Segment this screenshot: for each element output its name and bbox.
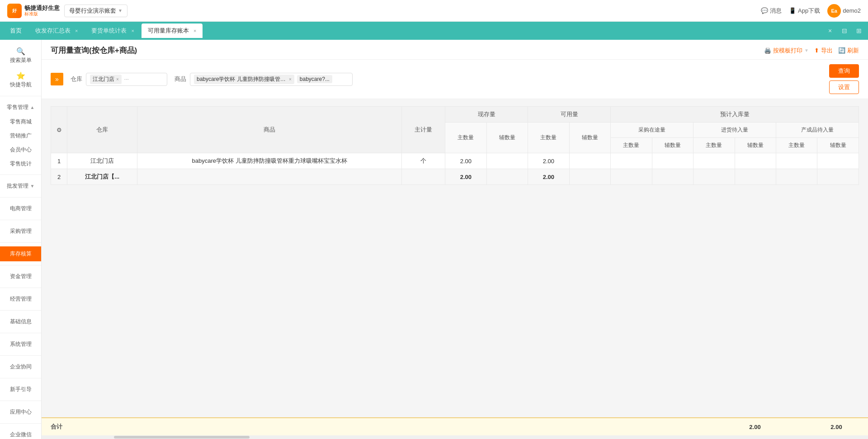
sidebar-item-inventory[interactable]: 库存核算 [0,246,41,261]
row-2-purchase-main [611,169,652,185]
sidebar-item-system[interactable]: 系统管理 [0,337,41,352]
col-product-main: 主数量 [776,138,817,153]
sidebar-item-wechat[interactable]: 企业微信 [0,427,41,439]
chevron-icon2: ▼ [30,184,35,189]
top-bar-left: 好 畅捷通好生意 标准版 母婴行业演示账套 ▼ [7,4,127,18]
col-current-stock-group: 现存量 [445,107,528,123]
col-purchase-main: 主数量 [611,138,652,153]
industry-selector[interactable]: 母婴行业演示账套 ▼ [64,5,127,17]
col-avail-main: 主数量 [528,123,569,153]
sidebar-item-retail-mall[interactable]: 零售商城 [0,115,41,129]
sidebar-group-newbie: 新手引导 [0,378,41,401]
chevron-icon: ▲ [30,105,35,110]
settings-button[interactable]: 设置 [829,80,859,94]
horizontal-scrollbar[interactable] [42,435,868,439]
nav-tabs-right: × ⊟ ⊞ [825,25,864,36]
warehouse-filter-input[interactable]: 江北门店 × ··· [86,73,167,86]
sidebar-group-inventory: 库存核算 [0,243,41,265]
app-icon: 📱 [789,7,796,14]
row-2-avail-aux [569,169,610,185]
row-1-incoming-aux [735,153,776,169]
sidebar-group-retail-header[interactable]: 零售管理 ▲ [0,100,41,115]
col-warehouse: 仓库 [67,107,137,153]
export-icon: ⬆ [814,47,819,54]
row-2-purchase-aux [652,169,693,185]
maximize-button[interactable]: ⊞ [854,25,864,36]
row-1-purchase-aux [652,153,693,169]
sidebar-item-purchase[interactable]: 采购管理 [0,224,41,239]
sidebar-item-newbie[interactable]: 新手引导 [0,382,41,397]
refresh-button[interactable]: 🔄 刷新 [838,47,859,55]
col-incoming-main: 主数量 [693,138,735,153]
sidebar-item-member[interactable]: 会员中心 [0,143,41,157]
tab-home[interactable]: 首页 [4,24,28,38]
sidebar-group-ecommerce: 电商管理 [0,198,41,220]
avatar: Ea [827,4,841,18]
sidebar-item-appstore[interactable]: 应用中心 [0,405,41,420]
sidebar-item-search[interactable]: 🔍 搜索菜单 [0,43,41,68]
sidebar-group-purchase: 采购管理 [0,220,41,243]
sidebar-item-nav[interactable]: ⭐ 快捷导航 [0,68,41,92]
close-tab-order[interactable]: × [131,28,134,33]
product-filter-input[interactable]: babycare学饮杯 儿童防摔防撞吸管杯重力球吸嘴杯宝宝水杯 × babyca… [190,73,353,86]
row-1-num: 1 [51,153,67,169]
print-template-button[interactable]: 🖨️ 按模板打印 ▼ [764,47,809,55]
print-chevron-icon: ▼ [804,48,809,53]
minimize-button[interactable]: ⊟ [839,25,850,36]
refresh-icon: 🔄 [838,47,845,54]
close-tab-available[interactable]: × [193,28,196,33]
row-2-current-aux [486,169,528,185]
filter-more-btn[interactable]: ··· [124,76,129,82]
sidebar-item-corp[interactable]: 企业协同 [0,359,41,374]
sidebar-item-operations[interactable]: 经营管理 [0,292,41,307]
col-purchase-transit-group: 采购在途量 [611,123,693,138]
remove-product-tag1[interactable]: × [289,77,292,82]
table-header-row1: ⚙ 仓库 商品 主计量 现存量 可用量 预计入库量 [51,107,859,123]
page-title: 可用量查询(按仓库+商品) [51,45,137,56]
filter-warehouse-group: 仓库 江北门店 × ··· [71,73,167,86]
sidebar-item-basic[interactable]: 基础信息 [0,314,41,329]
row-2-unit [401,169,445,185]
page-header: 可用量查询(按仓库+商品) 🖨️ 按模板打印 ▼ ⬆ 导出 🔄 刷新 [42,40,868,60]
filter-product-group: 商品 babycare学饮杯 儿童防摔防撞吸管杯重力球吸嘴杯宝宝水杯 × bab… [175,73,353,86]
export-button[interactable]: ⬆ 导出 [814,47,833,55]
row-1-avail-main: 2.00 [528,153,569,169]
col-incoming-pending-group: 进货待入量 [693,123,776,138]
product-tag-main: babycare学饮杯 儿童防摔防撞吸管杯重力球吸嘴杯宝宝水杯 × [194,75,294,84]
col-avail-aux: 辅数量 [569,123,610,153]
row-2-product [137,169,401,185]
tab-order-stats[interactable]: 要货单统计表 × [85,24,140,38]
col-product-pending-group: 产成品待入量 [776,123,859,138]
logo-icon: 好 [7,4,22,18]
scroll-thumb[interactable] [114,436,250,439]
row-1-incoming-main [693,153,735,169]
row-2-product-main [776,169,817,185]
query-button[interactable]: 查询 [829,64,859,78]
row-1-warehouse: 江北门店 [67,153,137,169]
message-button[interactable]: 💬 消息 [761,7,782,15]
row-1-product: babycare学饮杯 儿童防摔防撞吸管杯重力球吸嘴杯宝宝水杯 [137,153,401,169]
sidebar-item-ecommerce[interactable]: 电商管理 [0,201,41,216]
sidebar-item-finance[interactable]: 资金管理 [0,269,41,284]
row-1-current-aux [486,153,528,169]
sidebar-item-retail-stats[interactable]: 零售统计 [0,157,41,171]
row-2-incoming-aux [735,169,776,185]
row-1-purchase-main [611,153,652,169]
close-tab-receipt[interactable]: × [75,28,78,33]
product-filter-label: 商品 [175,75,186,83]
product-tag-extra: babycare?... [297,75,332,83]
sidebar: 🔍 搜索菜单 ⭐ 快捷导航 零售管理 ▲ 零售商城 营销推广 会员中心 [0,40,42,439]
app-download-button[interactable]: 📱 App下载 [789,7,820,15]
sidebar-item-marketing[interactable]: 营销推广 [0,129,41,143]
row-1-unit: 个 [401,153,445,169]
tab-receipt-summary[interactable]: 收发存汇总表 × [29,24,84,38]
col-gear[interactable]: ⚙ [51,107,67,153]
sidebar-group-wholesale-header[interactable]: 批发管理 ▼ [0,179,41,194]
filter-expand-button[interactable]: » [51,73,63,85]
row-2-num: 2 [51,169,67,185]
tab-available-stock[interactable]: 可用量库存账本 × [142,24,203,38]
user-menu[interactable]: Ea demo2 [827,4,861,18]
row-1-current-main: 2.00 [445,153,486,169]
remove-warehouse-tag[interactable]: × [116,77,119,82]
close-window-button[interactable]: × [825,25,835,36]
